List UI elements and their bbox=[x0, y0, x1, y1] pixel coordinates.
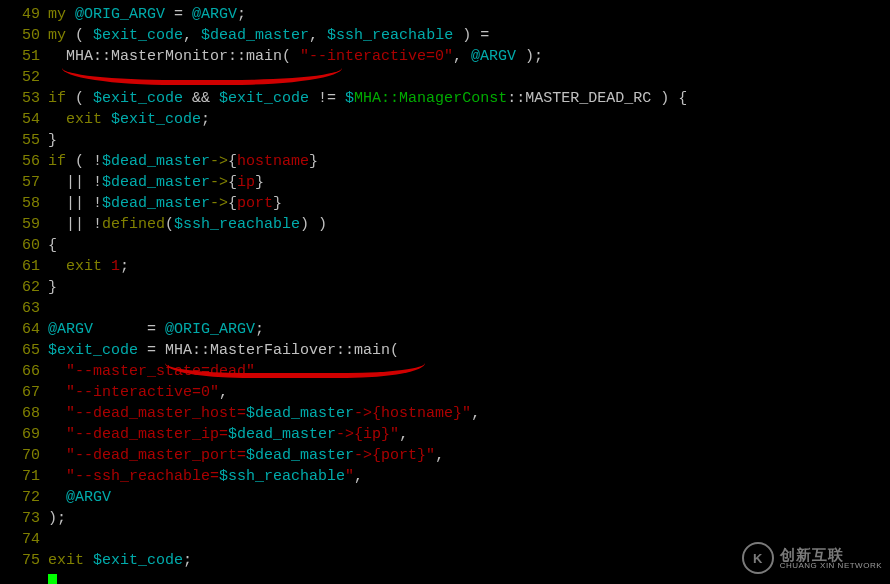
code-content[interactable]: "--dead_master_host=$dead_master->{hostn… bbox=[48, 403, 480, 424]
code-line[interactable]: 62} bbox=[0, 277, 890, 298]
code-line[interactable]: 67 "--interactive=0", bbox=[0, 382, 890, 403]
code-line[interactable]: 49my @ORIG_ARGV = @ARGV; bbox=[0, 4, 890, 25]
code-content[interactable]: exit 1; bbox=[48, 256, 129, 277]
watermark: K 创新互联 CHUANG XIN NETWORK bbox=[742, 542, 882, 574]
code-content[interactable]: "--ssh_reachable=$ssh_reachable", bbox=[48, 466, 363, 487]
line-number: 49 bbox=[0, 4, 48, 25]
code-content[interactable]: if ( $exit_code && $exit_code != $MHA::M… bbox=[48, 88, 687, 109]
code-content[interactable]: || !$dead_master->{ip} bbox=[48, 172, 264, 193]
code-line[interactable]: 51 MHA::MasterMonitor::main( "--interact… bbox=[0, 46, 890, 67]
code-line[interactable]: 73); bbox=[0, 508, 890, 529]
line-number bbox=[0, 571, 48, 584]
line-number: 63 bbox=[0, 298, 48, 319]
line-number: 62 bbox=[0, 277, 48, 298]
code-line[interactable]: 65$exit_code = MHA::MasterFailover::main… bbox=[0, 340, 890, 361]
code-content[interactable]: "--dead_master_port=$dead_master->{port}… bbox=[48, 445, 444, 466]
line-number: 71 bbox=[0, 466, 48, 487]
code-content[interactable]: "--interactive=0", bbox=[48, 382, 228, 403]
line-number: 68 bbox=[0, 403, 48, 424]
watermark-logo-icon: K bbox=[742, 542, 774, 574]
line-number: 61 bbox=[0, 256, 48, 277]
code-line[interactable]: 71 "--ssh_reachable=$ssh_reachable", bbox=[0, 466, 890, 487]
code-content[interactable]: || !defined($ssh_reachable) ) bbox=[48, 214, 327, 235]
cursor-icon bbox=[48, 574, 57, 584]
code-line[interactable]: 61 exit 1; bbox=[0, 256, 890, 277]
code-content[interactable]: my ( $exit_code, $dead_master, $ssh_reac… bbox=[48, 25, 489, 46]
code-line[interactable]: 54 exit $exit_code; bbox=[0, 109, 890, 130]
line-number: 55 bbox=[0, 130, 48, 151]
line-number: 58 bbox=[0, 193, 48, 214]
code-content[interactable]: ); bbox=[48, 508, 66, 529]
code-line[interactable]: 55} bbox=[0, 130, 890, 151]
line-number: 60 bbox=[0, 235, 48, 256]
line-number: 56 bbox=[0, 151, 48, 172]
code-line[interactable]: 56if ( !$dead_master->{hostname} bbox=[0, 151, 890, 172]
code-line[interactable]: 50my ( $exit_code, $dead_master, $ssh_re… bbox=[0, 25, 890, 46]
watermark-sub: CHUANG XIN NETWORK bbox=[780, 562, 882, 570]
code-content[interactable]: { bbox=[48, 235, 57, 256]
code-content[interactable]: } bbox=[48, 130, 57, 151]
code-content[interactable]: my @ORIG_ARGV = @ARGV; bbox=[48, 4, 246, 25]
line-number: 65 bbox=[0, 340, 48, 361]
line-number: 51 bbox=[0, 46, 48, 67]
code-line[interactable]: 53if ( $exit_code && $exit_code != $MHA:… bbox=[0, 88, 890, 109]
watermark-name: 创新互联 bbox=[780, 547, 882, 562]
line-number: 53 bbox=[0, 88, 48, 109]
line-number: 66 bbox=[0, 361, 48, 382]
code-content[interactable]: exit $exit_code; bbox=[48, 109, 210, 130]
code-line[interactable]: 59 || !defined($ssh_reachable) ) bbox=[0, 214, 890, 235]
code-line[interactable]: 64@ARGV = @ORIG_ARGV; bbox=[0, 319, 890, 340]
line-number: 72 bbox=[0, 487, 48, 508]
code-line[interactable]: 72 @ARGV bbox=[0, 487, 890, 508]
code-content[interactable]: @ARGV = @ORIG_ARGV; bbox=[48, 319, 264, 340]
code-line[interactable]: 70 "--dead_master_port=$dead_master->{po… bbox=[0, 445, 890, 466]
line-number: 73 bbox=[0, 508, 48, 529]
line-number: 75 bbox=[0, 550, 48, 571]
line-number: 69 bbox=[0, 424, 48, 445]
code-content[interactable]: "--master_state=dead", bbox=[48, 361, 264, 382]
code-line[interactable]: 68 "--dead_master_host=$dead_master->{ho… bbox=[0, 403, 890, 424]
code-content[interactable]: if ( !$dead_master->{hostname} bbox=[48, 151, 318, 172]
line-number: 70 bbox=[0, 445, 48, 466]
code-line[interactable]: 58 || !$dead_master->{port} bbox=[0, 193, 890, 214]
code-content[interactable]: $exit_code = MHA::MasterFailover::main( bbox=[48, 340, 399, 361]
line-number: 54 bbox=[0, 109, 48, 130]
line-number: 74 bbox=[0, 529, 48, 550]
code-content[interactable]: exit $exit_code; bbox=[48, 550, 192, 571]
code-line[interactable]: 63 bbox=[0, 298, 890, 319]
code-line[interactable]: 52 bbox=[0, 67, 890, 88]
line-number: 57 bbox=[0, 172, 48, 193]
line-number: 59 bbox=[0, 214, 48, 235]
line-number: 52 bbox=[0, 67, 48, 88]
code-line[interactable]: 69 "--dead_master_ip=$dead_master->{ip}"… bbox=[0, 424, 890, 445]
code-line[interactable]: 66 "--master_state=dead", bbox=[0, 361, 890, 382]
code-content[interactable]: MHA::MasterMonitor::main( "--interactive… bbox=[48, 46, 543, 67]
code-content[interactable]: "--dead_master_ip=$dead_master->{ip}", bbox=[48, 424, 408, 445]
code-line[interactable]: 57 || !$dead_master->{ip} bbox=[0, 172, 890, 193]
line-number: 50 bbox=[0, 25, 48, 46]
code-content[interactable]: @ARGV bbox=[48, 487, 111, 508]
code-line[interactable]: 60{ bbox=[0, 235, 890, 256]
line-number: 67 bbox=[0, 382, 48, 403]
line-number: 64 bbox=[0, 319, 48, 340]
code-content[interactable]: } bbox=[48, 277, 57, 298]
code-content[interactable]: || !$dead_master->{port} bbox=[48, 193, 282, 214]
code-editor[interactable]: 49my @ORIG_ARGV = @ARGV;50my ( $exit_cod… bbox=[0, 0, 890, 584]
